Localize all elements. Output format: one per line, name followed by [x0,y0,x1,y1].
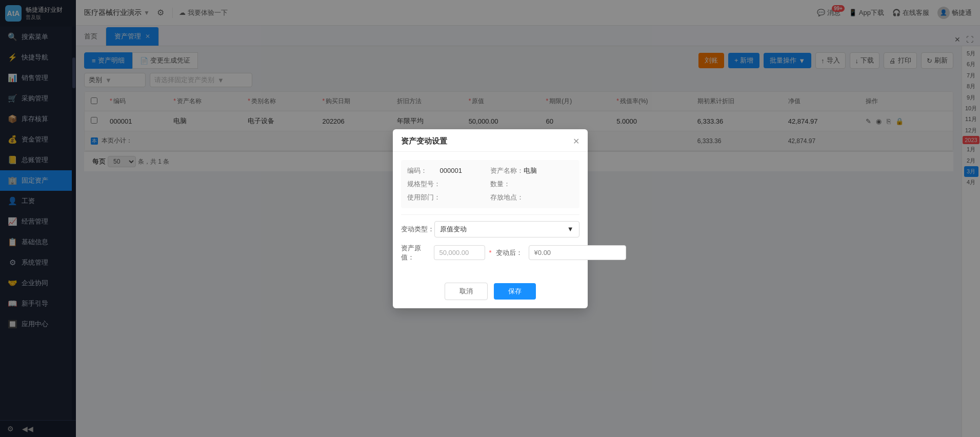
original-value-label: 资产原值： [401,244,434,262]
save-btn[interactable]: 保存 [494,283,536,300]
cancel-btn[interactable]: 取消 [445,283,488,300]
quantity-label: 数量： [490,180,523,189]
modal-body: 编码： 000001 资产名称： 电脑 规格型号： 数量： [393,152,588,276]
modal-name-field: 资产名称： 电脑 [490,166,573,175]
value-row: 资产原值： 50,000.00 * 变动后： [401,244,579,262]
modal-asset-grid: 编码： 000001 资产名称： 电脑 规格型号： 数量： [407,166,573,202]
change-type-row: 变动类型： 原值变动 ▼ [401,221,579,237]
change-type-label: 变动类型： [401,225,434,234]
modal-dept-field: 使用部门： [407,193,490,202]
location-label: 存放地点： [490,193,524,202]
modal-asset-info: 编码： 000001 资产名称： 电脑 规格型号： 数量： [401,160,579,208]
after-change-label: 变动后： [496,248,529,257]
modal-quantity-field: 数量： [490,180,573,189]
modal-footer: 取消 保存 [393,276,588,308]
select-arrow-icon: ▼ [567,225,574,233]
change-type-select[interactable]: 原值变动 ▼ [434,221,579,237]
code-label: 编码： [407,166,440,175]
change-type-value: 原值变动 [440,225,467,234]
modal-overlay: 资产变动设置 ✕ 编码： 000001 资产名称： 电脑 规格型号： [0,0,980,437]
required-mark: * [489,249,492,256]
modal-location-field: 存放地点： [490,193,573,202]
modal-code-field: 编码： 000001 [407,166,490,175]
name-value: 电脑 [524,166,537,175]
modal-asset-change: 资产变动设置 ✕ 编码： 000001 资产名称： 电脑 规格型号： [393,129,588,308]
modal-close-btn[interactable]: ✕ [573,136,579,146]
modal-spec-field: 规格型号： [407,180,490,189]
after-change-input[interactable] [529,245,626,260]
original-value-display: 50,000.00 [434,245,485,260]
modal-header: 资产变动设置 ✕ [393,129,588,152]
spec-label: 规格型号： [407,180,441,189]
code-value: 000001 [440,167,462,174]
dept-label: 使用部门： [407,193,441,202]
name-label: 资产名称： [490,166,524,175]
modal-divider [401,214,579,215]
modal-title: 资产变动设置 [401,136,447,146]
